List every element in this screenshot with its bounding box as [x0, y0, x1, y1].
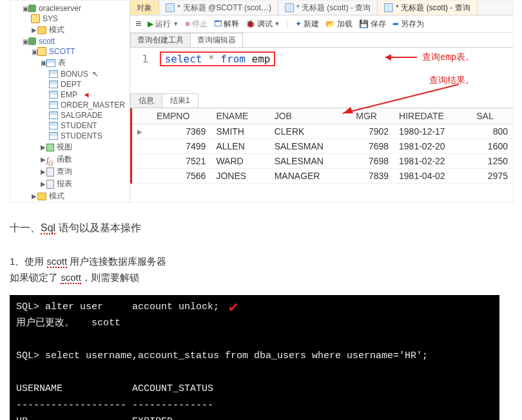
tree-item-funcs[interactable]: ▶f()函数	[10, 153, 130, 166]
tree-item-views[interactable]: ▶视图	[10, 141, 130, 153]
sql-editor[interactable]: 1 select * from emp 查询emp表。	[130, 48, 513, 77]
sql-keyword: select	[165, 53, 202, 65]
tab-objects[interactable]: 对象	[130, 1, 159, 15]
tree-item-queries[interactable]: ▶查询	[10, 166, 130, 178]
table-icon	[49, 81, 58, 88]
annotation-query: 查询emp表。	[385, 52, 474, 63]
tree-item-reports[interactable]: ▶报表	[10, 178, 130, 190]
tree-table[interactable]: ORDER_MASTER	[10, 100, 130, 110]
editor-toolbar: ≡ ▶运行▼ ■停止 🗔解释 🐞调试▼ | ✦新建 📂加载 💾保存 ➦另存为	[130, 15, 513, 33]
tab-editor[interactable]: 查询编辑器	[190, 33, 243, 47]
user-icon	[37, 47, 46, 56]
term-row: HR EXPIRED	[16, 414, 493, 420]
tree-label: STUDENTS	[61, 131, 102, 140]
tree-label: 视图	[57, 142, 72, 153]
db-icon	[28, 5, 36, 12]
table-icon	[49, 122, 58, 129]
check-icon: ✔	[229, 295, 238, 321]
term-line: SQL> alter user account unlock;	[16, 299, 493, 316]
fx-icon: f()	[46, 156, 54, 164]
tree-label: EMP	[61, 90, 77, 99]
table-row[interactable]: ▶7369SMITHCLERK79021980-12-17800	[131, 124, 514, 139]
col-empno[interactable]: EMPNO	[151, 108, 211, 124]
tree-item-tables[interactable]: ▣ 表	[10, 57, 130, 69]
tree-table[interactable]: BONUS↖	[10, 69, 130, 79]
tree-table[interactable]: EMP◄	[10, 90, 130, 100]
step-1-note: 如果锁定了 scott，则需要解锁	[10, 269, 512, 286]
debug-button[interactable]: 🐞调试▼	[246, 19, 280, 30]
editor-subtabs: 查询创建工具 查询编辑器	[130, 33, 513, 48]
run-button[interactable]: ▶运行▼	[148, 19, 179, 30]
stop-button[interactable]: ■停止	[185, 19, 207, 30]
tree-item-sys[interactable]: SYS	[10, 14, 130, 24]
tree-label: SCOTT	[49, 47, 75, 56]
folder-icon	[37, 193, 46, 200]
tree-table[interactable]: SALGRADE	[10, 110, 130, 120]
sql-statement: select * from emp	[160, 52, 276, 66]
tree-label: 模式	[49, 191, 64, 202]
tree-table[interactable]: STUDENT	[10, 120, 130, 131]
col-sal[interactable]: SAL	[471, 108, 513, 124]
tree-label: 报表	[57, 178, 72, 189]
save-icon: 💾	[359, 19, 369, 28]
menu-button[interactable]: ≡	[135, 18, 141, 30]
tree-table[interactable]: STUDENTS	[10, 131, 130, 141]
tree-item-schema[interactable]: ▶ 模式	[10, 24, 130, 36]
bug-icon: 🐞	[246, 19, 255, 28]
tab-doc3[interactable]: * 无标题 (scott) - 查询	[378, 1, 477, 15]
tree-table[interactable]: DEPT	[10, 79, 130, 90]
load-button[interactable]: 📂加载	[325, 19, 353, 30]
tree-label: 模式	[49, 24, 64, 35]
tree-item-schema2[interactable]: ▶模式	[10, 190, 130, 202]
table-icon	[49, 91, 58, 99]
tree-label: 函数	[57, 154, 72, 165]
tree-item-scott-user[interactable]: ▣ SCOTT	[10, 46, 130, 57]
tree-label: STUDENT	[61, 121, 97, 130]
section-heading: 十一、Sql 语句以及基本操作	[10, 219, 512, 236]
term-line: 用户已更改。 scott	[16, 315, 493, 332]
term-line	[16, 365, 493, 381]
table-icon	[49, 70, 58, 78]
table-icon	[49, 132, 58, 140]
query-icon	[46, 167, 54, 177]
tree-label: oracleserver	[39, 4, 81, 13]
table-icon	[49, 111, 58, 119]
explain-button[interactable]: 🗔解释	[214, 19, 239, 30]
doc-icon	[285, 3, 294, 12]
sql-star: *	[208, 53, 215, 65]
svg-marker-1	[343, 107, 353, 113]
term-line	[16, 332, 493, 348]
tab-creator[interactable]: 查询创建工具	[130, 33, 191, 47]
editor-pane: 对象 *无标题 @SCOTT (scot…) * 无标题 (scott) - 查…	[130, 1, 513, 202]
table-row[interactable]: 7566JONESMANAGER78391981-04-022975	[131, 169, 514, 184]
ide-screenshot: ▣ oracleserver SYS ▶ 模式 ▣ scott ▣ SCOTT …	[10, 0, 514, 203]
saveas-icon: ➦	[392, 19, 399, 28]
save-button[interactable]: 💾保存	[359, 19, 386, 30]
tree-label: SYS	[43, 14, 58, 23]
doc-icon	[166, 3, 175, 12]
new-button[interactable]: ✦新建	[295, 19, 319, 30]
tree-label: ORDER_MASTER	[61, 100, 125, 110]
open-icon: 📂	[325, 19, 335, 28]
tree-item-scott-db[interactable]: ▣ scott	[10, 36, 130, 46]
sql-ident: emp	[252, 53, 271, 65]
term-line: SQL> select username,account_status from…	[16, 348, 493, 365]
saveas-button[interactable]: ➦另存为	[392, 19, 424, 30]
view-icon	[46, 144, 54, 151]
play-icon: ▶	[148, 19, 153, 28]
tab-doc1[interactable]: *无标题 @SCOTT (scot…)	[159, 1, 278, 15]
table-icon	[49, 101, 58, 109]
tree-root[interactable]: ▣ oracleserver	[10, 3, 130, 14]
tree-label: 查询	[57, 166, 72, 177]
table-row[interactable]: 7521WARDSALESMAN76981981-02-221250	[131, 154, 514, 169]
col-ename[interactable]: ENAME	[211, 108, 269, 124]
tab-result1[interactable]: 结果1	[162, 93, 198, 108]
tab-info[interactable]: 信息	[130, 93, 162, 108]
user-icon	[31, 14, 40, 23]
folder-icon	[37, 26, 46, 34]
db-icon	[28, 37, 36, 45]
table-row[interactable]: 7499ALLENSALESMAN76981981-02-201600	[131, 139, 514, 154]
report-icon	[46, 180, 54, 189]
tab-doc2[interactable]: * 无标题 (scott) - 查询	[278, 1, 378, 15]
doc-icon	[384, 3, 393, 12]
